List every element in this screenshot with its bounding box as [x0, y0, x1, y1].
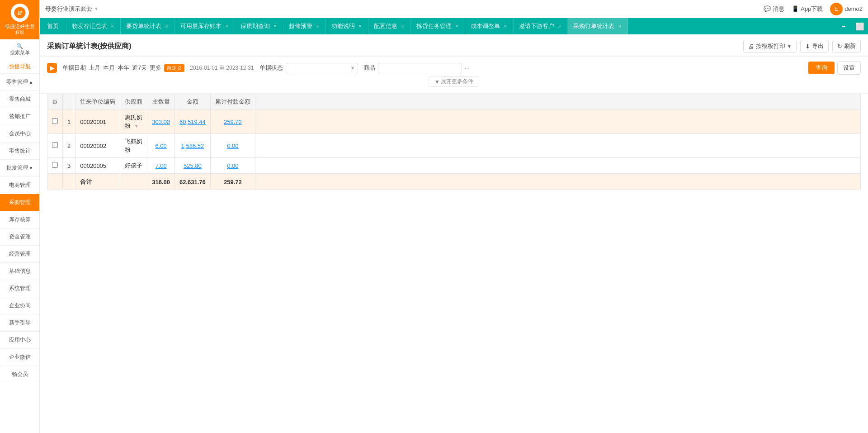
footer-supplier-cell	[120, 174, 147, 190]
row-checkbox[interactable]	[52, 118, 58, 124]
row-check-cell[interactable]	[47, 110, 63, 134]
row-amount-cell[interactable]: 525.80	[175, 158, 211, 174]
tab-config[interactable]: 配置信息 ×	[368, 18, 411, 34]
footer-amount-cell: 62,631.76	[175, 174, 211, 190]
query-button[interactable]: 查询	[808, 62, 835, 74]
sidebar-item-system[interactable]: 系统管理	[0, 280, 39, 297]
export-label: 导出	[812, 42, 824, 50]
row-quantity-cell[interactable]: 6.00	[147, 134, 175, 158]
brand-label: 畅捷通好生意	[5, 24, 35, 29]
tab-cost-adjust-label: 成本调整单	[471, 22, 500, 30]
tab-overstock[interactable]: 超储预警 ×	[283, 18, 326, 34]
sidebar-item-operations[interactable]: 经营管理	[0, 246, 39, 263]
tab-close-icon[interactable]: ×	[110, 22, 115, 30]
sidebar-item-appstore[interactable]: 应用中心	[0, 332, 39, 349]
tab-func-desc[interactable]: 功能说明 ×	[326, 18, 368, 34]
tab-shelf-life[interactable]: 保质期查询 ×	[235, 18, 283, 34]
7days-btn[interactable]: 近7天	[132, 64, 147, 72]
company-selector[interactable]: 母婴行业演示账套 ▼	[45, 5, 99, 13]
footer-paid: 259.72	[224, 179, 242, 186]
tab-invite[interactable]: 邀请下游客户 ×	[514, 18, 568, 34]
product-more-icon[interactable]: ···	[465, 65, 470, 71]
tab-home[interactable]: 首页	[40, 18, 66, 34]
status-select[interactable]	[286, 63, 358, 73]
tab-order-stats[interactable]: 要货单统计表 ×	[121, 18, 175, 34]
tab-close-icon[interactable]: ×	[224, 22, 229, 30]
sidebar-item-ecommerce[interactable]: 电商管理	[0, 177, 39, 194]
row-paid-cell[interactable]: 0.00	[210, 134, 255, 158]
sidebar-item-enterprise[interactable]: 企业协同	[0, 297, 39, 314]
sidebar-item-vip[interactable]: 畅会员	[0, 366, 39, 383]
row-paid-cell[interactable]: 0.00	[210, 158, 255, 174]
sidebar-item-retail-shop[interactable]: 零售商城	[0, 91, 39, 108]
tab-pick-task[interactable]: 拣货任务管理 ×	[411, 18, 465, 34]
username: demo2	[844, 5, 863, 12]
logo[interactable]: 好 畅捷通好生意 标版	[0, 0, 39, 39]
last-month-btn[interactable]: 上月	[89, 64, 100, 72]
app-download-label: App下载	[801, 5, 823, 13]
sidebar: 好 畅捷通好生意 标版 🔍 搜索菜单 快捷导航 零售管理 ▲ 零售商城 营销推广…	[0, 0, 40, 433]
settings-button[interactable]: 设置	[837, 61, 861, 75]
sidebar-item-retail-stats[interactable]: 零售统计	[0, 143, 39, 160]
date-range-display: 2016-01-01 至 2023-12-31	[190, 64, 254, 72]
tab-close-icon[interactable]: ×	[400, 22, 405, 30]
refresh-button[interactable]: ↻ 刷新	[832, 40, 861, 52]
tab-close-icon[interactable]: ×	[164, 22, 169, 30]
sidebar-item-purchase[interactable]: 采购管理	[0, 194, 39, 211]
tab-bar-actions: － ⬜	[835, 18, 868, 34]
settings-col-header[interactable]: ⚙	[47, 94, 63, 110]
this-year-btn[interactable]: 本年	[118, 64, 129, 72]
row-amount-cell[interactable]: 60,519.44	[175, 110, 211, 134]
tab-close-icon[interactable]: ×	[358, 22, 363, 30]
filter-toggle-button[interactable]: ▶	[47, 63, 57, 73]
sidebar-item-finance[interactable]: 资金管理	[0, 228, 39, 246]
tab-close-icon[interactable]: ×	[315, 22, 320, 30]
custom-date-badge[interactable]: 自定义	[164, 64, 184, 72]
tab-close-icon[interactable]: ×	[454, 22, 459, 30]
expand-label: 展开更多条件	[441, 78, 473, 86]
tab-available-stock[interactable]: 可用量库存账本 ×	[175, 18, 235, 34]
newbie-label: 新手引导	[9, 319, 31, 327]
tab-maximize-button[interactable]: ⬜	[852, 18, 868, 34]
this-month-btn[interactable]: 本月	[103, 64, 115, 72]
row-amount-cell[interactable]: 1,586.52	[175, 134, 211, 158]
refresh-icon: ↻	[837, 43, 842, 50]
tab-receive-pay[interactable]: 收发存汇总表 ×	[66, 18, 121, 34]
sidebar-item-wholesale[interactable]: 批发管理 ▼	[0, 160, 39, 177]
tab-close-icon[interactable]: ×	[273, 22, 278, 30]
sidebar-quick-nav[interactable]: 快捷导航	[0, 60, 39, 74]
sidebar-item-inventory[interactable]: 库存核算	[0, 211, 39, 228]
tab-purchase-stats[interactable]: 采购订单统计表 ×	[568, 18, 628, 34]
more-date-btn[interactable]: 更多	[150, 64, 161, 72]
row-quantity-cell[interactable]: 7.00	[147, 158, 175, 174]
sidebar-item-member[interactable]: 会员中心	[0, 125, 39, 143]
tab-minimize-button[interactable]: －	[835, 18, 852, 34]
app-download-button[interactable]: 📱 App下载	[792, 5, 823, 13]
tab-close-icon[interactable]: ×	[617, 22, 622, 30]
export-button[interactable]: ⬇ 导出	[800, 40, 829, 52]
paid-col-header: 累计付款金额	[210, 94, 255, 110]
message-button[interactable]: 💬 消息	[764, 5, 784, 13]
row-check-cell[interactable]	[47, 158, 63, 174]
row-checkbox[interactable]	[52, 142, 58, 148]
row-check-cell[interactable]	[47, 134, 63, 158]
table-row: 2 00020002 飞鹤奶粉 6.00 1,586.52 0.00	[47, 134, 861, 158]
sidebar-item-wechat[interactable]: 企业微信	[0, 349, 39, 366]
tab-close-icon[interactable]: ×	[503, 22, 508, 30]
sidebar-search[interactable]: 🔍 搜索菜单	[0, 39, 39, 60]
chevron-down-icon: ▲	[29, 80, 33, 85]
tab-close-icon[interactable]: ×	[557, 22, 562, 30]
sidebar-item-marketing[interactable]: 营销推广	[0, 108, 39, 125]
row-paid-cell[interactable]: 259.72	[210, 110, 255, 134]
expand-more-button[interactable]: ▼ 展开更多条件	[429, 76, 479, 87]
tab-cost-adjust[interactable]: 成本调整单 ×	[465, 18, 514, 34]
row-checkbox[interactable]	[52, 162, 58, 168]
row-quantity-cell[interactable]: 303.00	[147, 110, 175, 134]
sidebar-item-newbie[interactable]: 新手引导	[0, 314, 39, 332]
product-input[interactable]	[378, 63, 462, 73]
template-print-button[interactable]: 🖨 按模板打印 ▼	[743, 40, 797, 52]
logo-icon: 好	[11, 4, 29, 22]
user-profile[interactable]: E demo2	[830, 3, 863, 15]
sidebar-item-basic[interactable]: 基础信息	[0, 263, 39, 280]
sidebar-item-retail[interactable]: 零售管理 ▲	[0, 74, 39, 91]
